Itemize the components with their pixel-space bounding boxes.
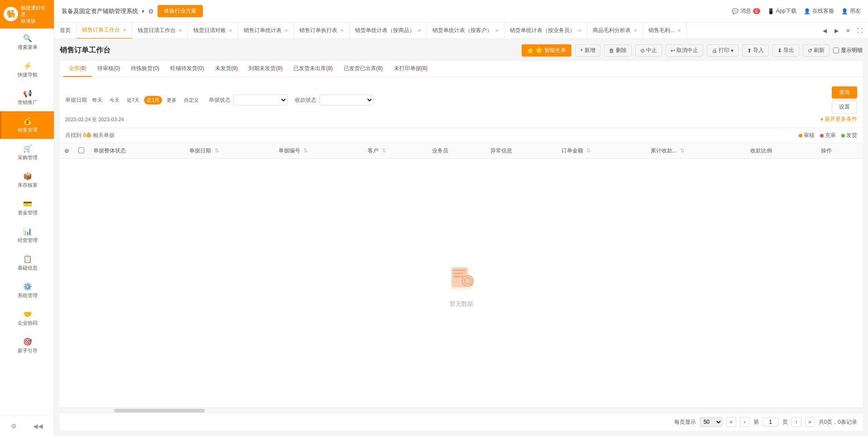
date-btn-today[interactable]: 今天 xyxy=(107,96,122,104)
status-select[interactable] xyxy=(233,95,288,105)
smart-create-button[interactable]: ⭐ 🌟 智能生单 xyxy=(522,44,571,57)
page-last-btn[interactable]: » xyxy=(805,417,815,427)
sidebar-item-operations[interactable]: 📊 经营管理 xyxy=(0,222,54,249)
page-number-input[interactable] xyxy=(762,417,779,427)
gear-button[interactable]: ⚙ xyxy=(148,8,154,15)
page-size-select[interactable]: 50 100 200 xyxy=(700,417,723,427)
tab-close-icon[interactable]: ✕ xyxy=(284,28,288,33)
detail-checkbox-input[interactable] xyxy=(833,47,839,53)
tab-sales-stats[interactable]: 销售订单统计表 ✕ xyxy=(238,23,294,39)
tab-goods-stats[interactable]: 销货单统计表（按商品） ✕ xyxy=(350,23,427,39)
app-download-action[interactable]: 📱 App下载 xyxy=(767,7,796,15)
expand-filter-button[interactable]: ▾ 展开更多条件 xyxy=(820,115,857,123)
sub-tab-not-printed[interactable]: 未打印单据(0) xyxy=(388,61,433,77)
sidebar-item-basic-info[interactable]: 📋 基础信息 xyxy=(0,249,54,277)
sidebar-item-collab[interactable]: 🤝 企业协同 xyxy=(0,304,54,332)
sub-tab-pending-check[interactable]: 待拣验货(0) xyxy=(125,61,165,77)
th-doc-number[interactable]: 单据编号 ⇅ xyxy=(274,143,363,159)
refresh-button[interactable]: ↺ 刷新 xyxy=(803,44,830,57)
tab-expand-btn[interactable]: ⛶ xyxy=(855,26,864,35)
sidebar-item-purchase[interactable]: 🛒 采购管理 xyxy=(0,139,54,166)
stop-button[interactable]: ⊘ 中止 xyxy=(635,44,662,57)
tab-scroll-right-btn[interactable]: ▶ xyxy=(832,26,841,35)
sidebar-item-sales[interactable]: 💰 销售管理 xyxy=(0,111,54,139)
tab-close-icon[interactable]: ✕ xyxy=(229,28,232,33)
industry-button[interactable]: 体验行业方案 xyxy=(158,5,203,17)
export-button[interactable]: ⬇ 导出 xyxy=(772,44,799,57)
sub-tab-label: 未发货(0) xyxy=(215,65,238,71)
sidebar-item-inventory[interactable]: 📦 库存核算 xyxy=(0,166,54,194)
th-settings[interactable]: ⚙ xyxy=(60,143,74,159)
delete-button[interactable]: 🗑 删除 xyxy=(604,44,632,57)
scrollbar-thumb[interactable] xyxy=(114,409,205,412)
import-button[interactable]: ⬆ 导入 xyxy=(742,44,769,57)
sub-tab-wangpu[interactable]: 旺铺待发货(0) xyxy=(165,61,210,77)
date-btn-yesterday[interactable]: 昨天 xyxy=(90,96,105,104)
page-first-btn[interactable]: « xyxy=(726,417,736,427)
tab-cash-clear[interactable]: 钱货日清工作台 ✕ xyxy=(132,23,188,39)
sub-tab-shipped-warehoused[interactable]: 已发货已出库(0) xyxy=(338,61,388,77)
date-btn-custom[interactable]: 自定义 xyxy=(181,96,201,104)
tab-customer-stats[interactable]: 销货单统计表（按客户） ✕ xyxy=(427,23,504,39)
query-button[interactable]: 查询 xyxy=(832,86,857,99)
sidebar-item-finance[interactable]: 💳 资金管理 xyxy=(0,194,54,222)
th-customer[interactable]: 客户 ⇅ xyxy=(363,143,427,159)
sub-tab-all[interactable]: 全部(0) xyxy=(63,61,92,77)
tab-close-icon[interactable]: ✕ xyxy=(495,28,499,33)
page-next-btn[interactable]: › xyxy=(791,417,801,427)
th-checkbox[interactable] xyxy=(74,143,89,159)
tab-sales-order[interactable]: 销售订单工作台 ✕ xyxy=(77,23,132,39)
tab-home[interactable]: 首页 xyxy=(54,23,77,39)
tab-sales-exec[interactable]: 销售订单执行表 ✕ xyxy=(294,23,350,39)
tab-close-icon[interactable]: ✕ xyxy=(417,28,421,33)
th-accumulated-payment[interactable]: 累计收款... ⇅ xyxy=(646,143,746,159)
tab-close-icon[interactable]: ✕ xyxy=(340,28,344,33)
date-btn-more[interactable]: 更多 xyxy=(164,96,179,104)
sub-tab-expired-not-shipped[interactable]: 到期未发货(0) xyxy=(243,61,288,77)
page-prev-btn[interactable]: ‹ xyxy=(740,417,750,427)
set-button[interactable]: 设置 xyxy=(832,100,857,114)
sub-tab-shipped-not-warehoused[interactable]: 已发货未出库(0) xyxy=(288,61,338,77)
show-detail-checkbox[interactable]: 显示明细 xyxy=(833,47,863,54)
message-action[interactable]: 💬 消息 6 xyxy=(732,7,760,15)
date-btn-1month[interactable]: 近1月 xyxy=(144,96,162,104)
select-all-checkbox[interactable] xyxy=(78,147,84,153)
tab-cash-reconcile[interactable]: 钱货日清对账 ✕ xyxy=(188,23,238,39)
tab-sales-margin[interactable]: 销售毛利... ✕ xyxy=(643,23,687,39)
app-dropdown[interactable]: ▾ xyxy=(142,8,144,14)
cancel-stop-button[interactable]: ↩ 取消中止 xyxy=(666,44,703,57)
tab-close-icon[interactable]: ✕ xyxy=(123,28,126,33)
undo-audit-btn[interactable]: 充审 xyxy=(820,132,836,139)
horizontal-scrollbar[interactable] xyxy=(60,408,863,413)
settings-bottom-btn[interactable]: ⚙ xyxy=(9,421,19,431)
date-btn-7days[interactable]: 近7天 xyxy=(124,96,142,104)
payment-select[interactable] xyxy=(319,95,374,105)
audit-btn[interactable]: 审核 xyxy=(799,132,815,139)
tab-close-icon[interactable]: ✕ xyxy=(178,28,182,33)
collapse-btn[interactable]: ◀◀ xyxy=(31,421,45,431)
online-service-action[interactable]: 👤 在线客服 xyxy=(804,7,834,15)
empty-icon xyxy=(443,258,480,294)
sidebar-item-search[interactable]: 🔍 搜索菜单 xyxy=(0,28,54,56)
tab-scroll-left-btn[interactable]: ◀ xyxy=(820,26,829,35)
sub-tab-pending-review[interactable]: 待审核(0) xyxy=(92,61,126,77)
header-right: 💬 消息 6 📱 App下载 👤 在线客服 👤 用友 xyxy=(732,7,861,15)
sidebar-item-marketing[interactable]: 📢 营销推广 xyxy=(0,84,54,111)
tab-close-icon[interactable]: ✕ xyxy=(677,28,681,33)
sidebar-item-guide[interactable]: 🎯 新手引导 xyxy=(0,332,54,360)
sidebar-item-nav[interactable]: ⚡ 快捷导航 xyxy=(0,56,54,84)
th-doc-date[interactable]: 单据日期 ⇅ xyxy=(185,143,274,159)
sub-tab-not-shipped[interactable]: 未发货(0) xyxy=(210,61,244,77)
print-button[interactable]: 🖨 打印 ▾ xyxy=(707,44,739,57)
tab-close-icon[interactable]: ✕ xyxy=(633,28,637,33)
add-button[interactable]: + 新增 xyxy=(575,44,600,57)
tab-close-all-btn[interactable]: ✕ xyxy=(844,26,853,35)
th-order-amount[interactable]: 订单金额 ⇅ xyxy=(557,143,646,159)
tab-staff-stats[interactable]: 销货单统计表（按业务员） ✕ xyxy=(504,23,587,39)
sidebar-item-system[interactable]: ⚙️ 系统管理 xyxy=(0,277,54,304)
tab-close-icon[interactable]: ✕ xyxy=(578,28,581,33)
ship-btn[interactable]: 发货 xyxy=(841,132,857,139)
table-scroll-area[interactable]: ⚙ 单据整体状态 单据日期 ⇅ 单据编号 xyxy=(60,143,863,408)
tab-margin-analysis[interactable]: 商品毛利分析表 ✕ xyxy=(587,23,643,39)
user-action[interactable]: 👤 用友 xyxy=(841,7,861,15)
